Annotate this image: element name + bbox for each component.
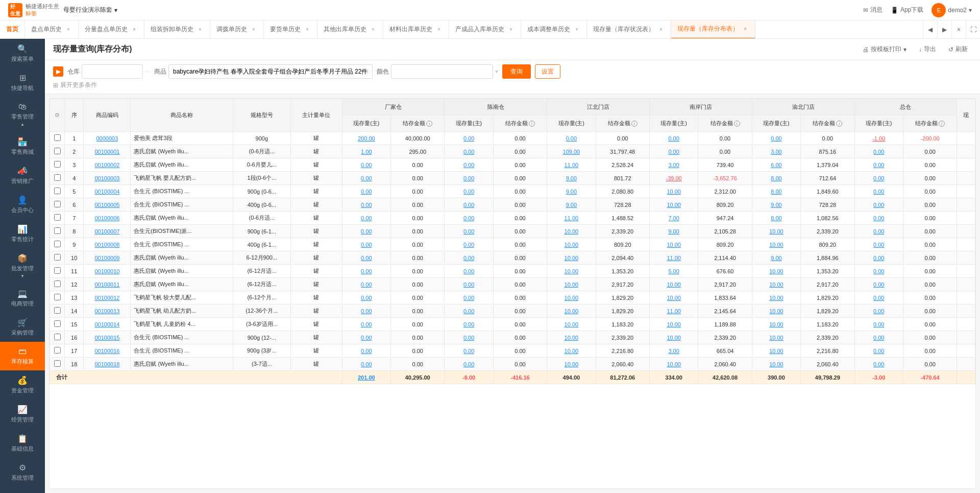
cell-yubei-qty[interactable]: 10.00 — [752, 278, 800, 291]
cell-chennan-qty[interactable]: 0.00 — [445, 344, 493, 358]
cell-total-qty[interactable]: 0.00 — [854, 158, 903, 172]
cell-checkbox[interactable] — [50, 331, 65, 344]
cell-factory-qty[interactable]: 0.00 — [342, 304, 390, 318]
cell-factory-qty[interactable]: 200.00 — [342, 132, 390, 145]
tab-xiancun-fenbu[interactable]: 现存量（库存分布表） × — [671, 20, 755, 39]
cell-jiangbei-qty[interactable]: 10.00 — [547, 304, 596, 318]
cell-nanan-qty[interactable]: 10.00 — [649, 358, 698, 371]
cell-yubei-qty[interactable]: 8.00 — [752, 212, 800, 225]
tab-chengben[interactable]: 成本调整单历史 × — [521, 20, 587, 39]
cell-factory-qty[interactable]: 0.00 — [342, 212, 390, 225]
cell-jiangbei-qty[interactable]: 10.00 — [547, 291, 596, 304]
cell-checkbox[interactable] — [50, 278, 65, 291]
cell-factory-qty[interactable]: 0.00 — [342, 358, 390, 371]
cell-code[interactable]: 00100015 — [84, 331, 131, 344]
tab-chanpin[interactable]: 产成品入库单历史 × — [449, 20, 521, 39]
cell-checkbox[interactable] — [50, 238, 65, 251]
cell-nanan-qty[interactable]: 11.00 — [649, 251, 698, 265]
nav-expand-btn[interactable]: ⛶ — [966, 20, 980, 39]
cell-code[interactable]: 00100005 — [84, 198, 131, 212]
cell-factory-qty[interactable]: 0.00 — [342, 318, 390, 331]
cell-yubei-qty[interactable]: 10.00 — [752, 238, 800, 251]
cell-code[interactable]: 00100018 — [84, 358, 131, 371]
sidebar-item-basic[interactable]: 📋 基础信息 — [0, 429, 45, 458]
sidebar-item-purchase[interactable]: 🛒 采购管理 — [0, 313, 45, 342]
cell-yubei-qty[interactable]: 10.00 — [752, 265, 800, 278]
cell-total-qty[interactable]: 0.00 — [854, 198, 903, 212]
cell-checkbox[interactable] — [50, 158, 65, 172]
cell-factory-qty[interactable]: 1.00 — [342, 145, 390, 158]
cell-checkbox[interactable] — [50, 291, 65, 304]
cell-code[interactable]: 00100013 — [84, 304, 131, 318]
cell-total-qty[interactable]: 0.00 — [854, 318, 903, 331]
cell-code[interactable]: 00100014 — [84, 318, 131, 331]
nav-right-btn[interactable]: ▶ — [937, 20, 951, 39]
sidebar-item-search[interactable]: 🔍 搜索英单 — [0, 39, 45, 68]
tab-chuku[interactable]: 其他出库单历史 × — [317, 20, 383, 39]
cell-checkbox[interactable] — [50, 265, 65, 278]
cell-jiangbei-qty[interactable]: 10.00 — [547, 225, 596, 238]
goods-input[interactable] — [168, 64, 373, 79]
sidebar-item-inventory[interactable]: 🗃 库存核算 — [0, 342, 45, 370]
col-settings-icon[interactable]: ⚙ — [53, 111, 61, 120]
cell-chennan-qty[interactable]: 0.00 — [445, 278, 493, 291]
cell-nanan-qty[interactable]: 0.00 — [649, 132, 698, 145]
cell-code[interactable]: 00100004 — [84, 185, 131, 198]
cell-jiangbei-qty[interactable]: 9.00 — [547, 185, 596, 198]
close-icon[interactable]: × — [573, 26, 580, 33]
cell-factory-qty[interactable]: 0.00 — [342, 238, 390, 251]
sidebar-item-ecommerce[interactable]: 💻 电商管理 — [0, 284, 45, 313]
cell-nanan-qty[interactable]: -39.00 — [649, 172, 698, 185]
cell-nanan-qty[interactable]: 10.00 — [649, 198, 698, 212]
cell-code[interactable]: 00100012 — [84, 291, 131, 304]
sidebar-item-enterprise[interactable]: 🤝 企业协同 — [0, 487, 45, 493]
cell-chennan-qty[interactable]: 0.00 — [445, 291, 493, 304]
cell-code[interactable]: 00100009 — [84, 251, 131, 265]
cell-checkbox[interactable] — [50, 132, 65, 145]
tab-fenliang[interactable]: 分量盘点单历史 × — [79, 20, 144, 39]
cell-total-qty[interactable]: 0.00 — [854, 291, 903, 304]
cell-checkbox[interactable] — [50, 344, 65, 358]
cell-total-qty[interactable]: 0.00 — [854, 304, 903, 318]
color-input[interactable] — [391, 64, 493, 79]
cell-chennan-qty[interactable]: 0.00 — [445, 185, 493, 198]
cell-code[interactable]: 00100006 — [84, 212, 131, 225]
summary-factory-qty[interactable]: 201.00 — [342, 371, 390, 384]
cell-jiangbei-qty[interactable]: 0.00 — [547, 132, 596, 145]
query-btn[interactable]: 查询 — [502, 64, 531, 79]
cell-jiangbei-qty[interactable]: 109.00 — [547, 145, 596, 158]
cell-yubei-qty[interactable]: 10.00 — [752, 344, 800, 358]
cell-checkbox[interactable] — [50, 185, 65, 198]
tab-yaohuo[interactable]: 要货单历史 × — [264, 20, 317, 39]
cell-code[interactable]: 0000003 — [84, 132, 131, 145]
close-icon[interactable]: × — [65, 26, 72, 33]
cell-yubei-qty[interactable]: 3.00 — [752, 145, 800, 158]
cell-checkbox[interactable] — [50, 172, 65, 185]
cell-chennan-qty[interactable]: 0.00 — [445, 358, 493, 371]
filter-expand[interactable]: ⊞ 展开更多条件 — [53, 81, 972, 89]
cell-checkbox[interactable] — [50, 225, 65, 238]
cell-factory-qty[interactable]: 0.00 — [342, 158, 390, 172]
cell-nanan-qty[interactable]: 10.00 — [649, 331, 698, 344]
close-icon[interactable]: × — [131, 26, 138, 33]
cell-factory-qty[interactable]: 0.00 — [342, 172, 390, 185]
filter-toggle-btn[interactable]: ▶ — [53, 66, 63, 77]
cell-yubei-qty[interactable]: 8.00 — [752, 185, 800, 198]
cell-code[interactable]: 00100007 — [84, 225, 131, 238]
cell-jiangbei-qty[interactable]: 10.00 — [547, 251, 596, 265]
cell-chennan-qty[interactable]: 0.00 — [445, 251, 493, 265]
sidebar-item-marketing[interactable]: 📣 营销推广 — [0, 161, 45, 190]
sidebar-item-management[interactable]: 📈 经营管理 — [0, 400, 45, 429]
cell-nanan-qty[interactable]: 0.00 — [649, 145, 698, 158]
cell-total-qty[interactable]: 0.00 — [854, 185, 903, 198]
sidebar-item-retailstat[interactable]: 📊 零售统计 — [0, 219, 45, 248]
cell-code[interactable]: 00100011 — [84, 278, 131, 291]
close-icon[interactable]: × — [250, 26, 257, 33]
tab-zuzhuang[interactable]: 组装拆卸单历史 × — [144, 20, 210, 39]
cell-chennan-qty[interactable]: 0.00 — [445, 265, 493, 278]
sidebar-item-wholesale[interactable]: 📦 批发管理 ▼ — [0, 248, 45, 284]
cell-total-qty[interactable]: 0.00 — [854, 344, 903, 358]
cell-chennan-qty[interactable]: 0.00 — [445, 132, 493, 145]
cell-checkbox[interactable] — [50, 358, 65, 371]
cell-factory-qty[interactable]: 0.00 — [342, 331, 390, 344]
